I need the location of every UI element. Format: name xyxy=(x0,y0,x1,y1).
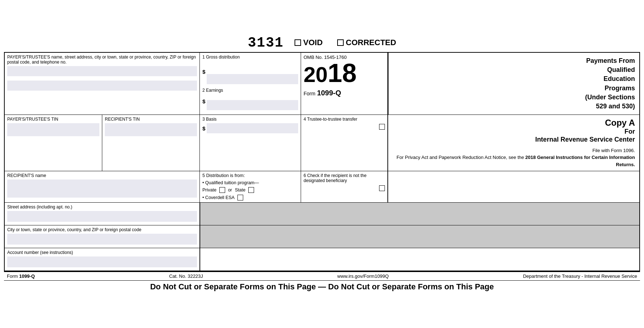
dollar-sign-1: $ xyxy=(202,69,205,75)
field2-label: 2 Earnings xyxy=(202,88,298,93)
dist-from-section: 5 Distribution is from: • Qualified tuit… xyxy=(202,173,298,200)
recipient-tin-input[interactable] xyxy=(105,123,197,136)
title-line1: Payments From xyxy=(393,56,635,65)
copy-a-irs: Internal Revenue Service Center xyxy=(392,135,635,144)
or-label: or xyxy=(228,187,232,193)
gray-cell-r5 xyxy=(200,225,639,248)
year-display: 2018 xyxy=(304,60,385,86)
gross-dist-input[interactable] xyxy=(207,74,298,84)
coverdell-checkbox[interactable] xyxy=(237,195,243,200)
payer-tin-label: PAYER'S/TRUSTEE'S TIN xyxy=(7,117,99,122)
copy-a-title: Copy A xyxy=(392,118,635,128)
title-line3: Education xyxy=(393,74,635,83)
row2: PAYER'S/TRUSTEE'S TIN RECIPIENT'S TIN 3 … xyxy=(5,115,639,171)
footer-form-id: Form 1099-Q xyxy=(7,273,35,279)
form-id: 1099-Q xyxy=(317,89,341,97)
footer-row: Form 1099-Q Cat. No. 32223J www.irs.gov/… xyxy=(4,271,640,280)
city-cell: City or town, state or province, country… xyxy=(5,225,200,248)
corrected-label: CORRECTED xyxy=(346,38,396,47)
field1-label: 1 Gross distribution xyxy=(202,55,298,60)
gross-dist-cell: 1 Gross distribution $ 2 Earnings $ xyxy=(200,53,301,115)
street-input[interactable] xyxy=(7,211,197,222)
recipient-tin-cell: RECIPIENT'S TIN xyxy=(102,115,200,171)
form-number-header: 3131 xyxy=(248,35,284,51)
state-label: State xyxy=(235,187,245,193)
field1-input-wrapper: $ xyxy=(202,60,298,84)
recipient-name-cell: RECIPIENT'S name xyxy=(5,171,200,202)
footer-dept: Department of the Treasury - Internal Re… xyxy=(523,273,637,279)
basis-input[interactable] xyxy=(207,123,298,133)
file-with: File with Form 1096. xyxy=(592,148,635,153)
footer-website: www.irs.gov/Form1099Q xyxy=(337,273,388,279)
row4: Street address (including apt. no.) xyxy=(5,203,639,225)
year-instructions: 2018 General Instructions for Certain In… xyxy=(525,155,635,167)
payer-input2[interactable] xyxy=(7,81,197,91)
gray-cell-r6 xyxy=(200,248,639,271)
footer-cat: Cat. No. 32223J xyxy=(169,273,203,279)
row5: City or town, state or province, country… xyxy=(5,225,639,248)
check-recip-cell: 6 Check if the recipient is not the desi… xyxy=(301,171,388,202)
field5-label: 5 Distribution is from: xyxy=(202,173,298,178)
recipient-name-input[interactable] xyxy=(7,180,197,198)
recipient-name-label: RECIPIENT'S name xyxy=(7,173,197,178)
trustee-cell: 4 Trustee-to-trustee transfer xyxy=(301,115,388,171)
state-checkbox[interactable] xyxy=(248,187,254,193)
field3-label: 3 Basis xyxy=(202,117,298,122)
payer-tin-input[interactable] xyxy=(7,123,99,136)
basis-cell: 3 Basis $ xyxy=(200,115,301,171)
copy-a-cell: Copy A For Internal Revenue Service Cent… xyxy=(388,115,639,171)
void-checkbox[interactable] xyxy=(295,39,301,46)
footer-form-id-val: 1099-Q xyxy=(19,273,35,279)
row3: RECIPIENT'S name 5 Distribution is from:… xyxy=(5,171,639,203)
title-line5: (Under Sections xyxy=(393,93,635,102)
title-panel: Payments From Qualified Education Progra… xyxy=(388,53,639,115)
coverdell-row: • Coverdell ESA xyxy=(202,195,298,200)
private-checkbox[interactable] xyxy=(219,187,225,193)
recipient-tin-label: RECIPIENT'S TIN xyxy=(105,117,197,122)
coverdell-label: • Coverdell ESA xyxy=(202,195,235,200)
main-form: PAYER'S/TRUSTEE'S name, street address, … xyxy=(4,52,640,271)
qualified-label: • Qualified tuition program— xyxy=(202,180,298,185)
account-input[interactable] xyxy=(7,256,197,267)
row6: Account number (see instructions) xyxy=(5,248,639,271)
payer-tin-cell: PAYER'S/TRUSTEE'S TIN xyxy=(5,115,102,171)
street-cell: Street address (including apt. no.) xyxy=(5,203,200,225)
row1: PAYER'S/TRUSTEE'S name, street address, … xyxy=(5,53,639,115)
footer-form-label: Form xyxy=(7,273,18,279)
dollar-sign-2: $ xyxy=(202,98,205,104)
title-line4: Programs xyxy=(393,84,635,93)
payer-label: PAYER'S/TRUSTEE'S name, street address, … xyxy=(7,55,197,65)
copy-a-for: For xyxy=(392,128,635,135)
title-line6: 529 and 530) xyxy=(393,102,635,111)
gray-cell-r4 xyxy=(200,203,639,225)
corrected-checkbox[interactable] xyxy=(337,39,344,46)
field2-input-wrapper: $ xyxy=(202,93,298,110)
private-state-row: Private or State xyxy=(202,187,298,193)
account-cell: Account number (see instructions) xyxy=(5,248,200,271)
do-not-cut-line: Do Not Cut or Separate Forms on This Pag… xyxy=(4,280,640,293)
dist-from-cell: 5 Distribution is from: • Qualified tuit… xyxy=(200,171,301,202)
void-label: VOID xyxy=(303,38,323,47)
street-label: Street address (including apt. no.) xyxy=(7,204,197,210)
payer-cell: PAYER'S/TRUSTEE'S name, street address, … xyxy=(5,53,200,115)
void-checkbox-label[interactable]: VOID xyxy=(295,38,323,47)
dollar-sign-3: $ xyxy=(202,125,205,131)
payer-input[interactable] xyxy=(7,66,197,76)
city-label: City or town, state or province, country… xyxy=(7,227,197,232)
form-prefix: Form xyxy=(304,91,315,96)
earnings-input[interactable] xyxy=(207,100,298,110)
privacy-notice: For Privacy Act and Paperwork Reduction … xyxy=(396,155,524,160)
trustee-checkbox[interactable] xyxy=(379,124,385,130)
field6-label: 6 Check if the recipient is not the desi… xyxy=(304,173,385,183)
field3-input-wrapper: $ xyxy=(202,123,298,133)
year-18: 18 xyxy=(328,59,357,87)
corrected-checkbox-label[interactable]: CORRECTED xyxy=(337,38,396,47)
omb-cell: OMB No. 1545-1760 2018 Form 1099-Q xyxy=(301,53,388,115)
copy-a-instructions: File with Form 1096. For Privacy Act and… xyxy=(392,147,635,168)
field4-label: 4 Trustee-to-trustee transfer xyxy=(304,117,385,122)
copy-a-cell-r3 xyxy=(388,171,639,202)
city-input[interactable] xyxy=(7,234,197,245)
private-label: Private xyxy=(202,187,216,193)
title-line2: Qualified xyxy=(393,65,635,74)
check-recip-checkbox[interactable] xyxy=(379,185,385,191)
